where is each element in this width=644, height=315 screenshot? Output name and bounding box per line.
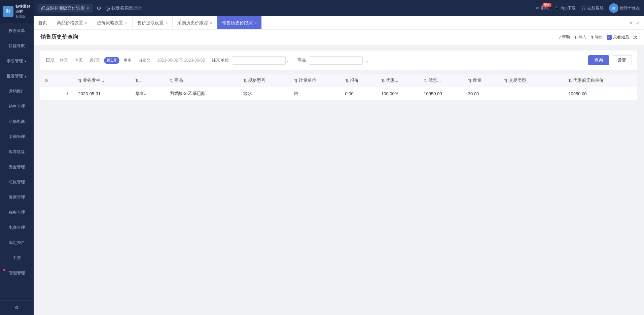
- sort-icon-extra: ⇅: [135, 78, 139, 83]
- query-button[interactable]: 查询: [588, 55, 609, 65]
- only-last-toggle[interactable]: ✓ 只看最后一次: [607, 34, 637, 40]
- tab-price[interactable]: 商品价格设置 ×: [52, 16, 92, 29]
- sidebar-item-search[interactable]: 搜索菜单: [0, 23, 34, 38]
- th-extra[interactable]: ⇅ ...: [131, 74, 166, 87]
- goods-dots[interactable]: ...: [364, 58, 368, 63]
- th-gear[interactable]: ⚙: [40, 74, 61, 87]
- cell-pretax-price: 10950.00: [564, 87, 637, 100]
- date-options: 昨天 今天 近7天 近1月 更多 自定义: [57, 57, 153, 64]
- th-unit-sort[interactable]: ⇅ 计量单位: [294, 77, 337, 83]
- th-biz-date-sort[interactable]: ⇅ 业务发生...: [78, 77, 127, 83]
- sidebar-settings-button[interactable]: ⚙: [0, 300, 34, 315]
- goods-input-wrap: ...: [309, 56, 368, 65]
- th-discount2-sort[interactable]: ⇅ 优惠...: [424, 77, 460, 83]
- th-qty-sort[interactable]: ⇅ 数量: [468, 77, 496, 83]
- headset-icon: 🎧: [581, 6, 586, 10]
- th-biz-date[interactable]: ⇅ 业务发生...: [74, 74, 131, 87]
- th-discount1[interactable]: ⇅ 优惠...: [377, 74, 420, 87]
- th-unit-label: 计量单位: [299, 77, 316, 83]
- sidebar-item-retail[interactable]: 零售管理 ▲: [0, 54, 34, 69]
- app-download-button[interactable]: 📱 App下载: [554, 5, 576, 11]
- date-opt-1month[interactable]: 近1月: [104, 57, 120, 64]
- close-window-icon[interactable]: ✕: [629, 20, 633, 26]
- date-opt-custom[interactable]: 自定义: [136, 57, 153, 64]
- th-spec-sort[interactable]: ⇅ 规格型号: [243, 77, 286, 83]
- th-discount2[interactable]: ⇅ 优惠...: [420, 74, 464, 87]
- date-opt-yesterday[interactable]: 昨天: [57, 57, 71, 64]
- date-opt-7days[interactable]: 近7天: [87, 57, 103, 64]
- sidebar-item-quicknav[interactable]: 快捷导航: [0, 38, 34, 54]
- tab-sale-extract-close-icon[interactable]: ×: [166, 21, 168, 25]
- import-button[interactable]: ⬇ 导入: [574, 34, 586, 40]
- sidebar-item-wholesale[interactable]: 批发管理 ▲: [0, 69, 34, 84]
- help-button[interactable]: ? 帮助: [559, 34, 570, 40]
- online-service-button[interactable]: 🎧 在线客服: [581, 5, 604, 11]
- th-qty[interactable]: ⇅ 数量: [464, 74, 500, 87]
- th-pretax-price-sort[interactable]: ⇅ 优惠前无税单价: [568, 77, 633, 83]
- tab-price-close-icon[interactable]: ×: [85, 21, 87, 25]
- export-icon: ⬆: [591, 35, 594, 40]
- table-row[interactable]: 1 2023-05-31 华查... 丙烯酸-2-乙基已酯 散水 吨 0.00 …: [40, 87, 637, 100]
- sort-icon-trans: ⇅: [504, 78, 508, 83]
- th-goods[interactable]: ⇅ 商品: [166, 74, 240, 87]
- tab-sale-extract[interactable]: 售价提取设置 ×: [133, 16, 173, 29]
- logo-icon: 财: [3, 6, 13, 17]
- sidebar-item-tax[interactable]: 税务管理: [0, 205, 34, 220]
- date-opt-more[interactable]: 更多: [121, 57, 134, 64]
- demo-label: 我要看实例演示: [111, 5, 142, 11]
- sidebar-item-smart[interactable]: 智能管理: [0, 266, 34, 281]
- sidebar-item-payroll[interactable]: 工资: [0, 250, 34, 266]
- th-goods-sort[interactable]: ⇅ 商品: [170, 77, 236, 83]
- topbar-settings-icon[interactable]: ⚙: [97, 5, 101, 11]
- main-area: 好业财标准版交付试用 ▾ ⚙ ◎ 我要看实例演示 ✉ 消息 99+ 📱 App下…: [34, 0, 644, 315]
- sidebar-item-purchase[interactable]: 采购管理: [0, 129, 34, 144]
- th-extra-label: ...: [140, 78, 144, 83]
- th-unit[interactable]: ⇅ 计量单位: [290, 74, 341, 87]
- source-unit-dots[interactable]: ...: [287, 58, 291, 63]
- th-price[interactable]: ⇅ 报价: [341, 74, 377, 87]
- tab-sale-extract-label: 售价提取设置: [137, 20, 164, 26]
- th-discount1-sort[interactable]: ⇅ 优惠...: [381, 77, 416, 83]
- sidebar-item-ecommerce-mini[interactable]: 小畅电商: [0, 114, 34, 129]
- goods-input[interactable]: [309, 56, 363, 65]
- th-trans-type-sort[interactable]: ⇅ 交易类型: [504, 77, 547, 83]
- sidebar-item-sales[interactable]: 销售管理: [0, 99, 34, 114]
- th-extra-sort[interactable]: ⇅ ...: [135, 78, 162, 83]
- maximize-window-icon[interactable]: ⤢: [636, 20, 640, 26]
- cell-price: 0.00: [341, 87, 377, 100]
- tab-purchase-history-close-icon[interactable]: ×: [210, 21, 212, 25]
- th-trans-type[interactable]: ⇅ 交易类型: [500, 74, 551, 87]
- sidebar-item-assets[interactable]: 固定资产: [0, 235, 34, 250]
- sidebar-item-inventory[interactable]: 库存核算: [0, 144, 34, 160]
- user-menu[interactable]: 徐 徐泽华修改: [609, 3, 640, 13]
- sidebar-item-finance[interactable]: 资金管理: [0, 160, 34, 175]
- tab-sales-history-close-icon[interactable]: ×: [255, 21, 257, 25]
- source-unit-input[interactable]: [232, 56, 286, 65]
- th-price-sort[interactable]: ⇅ 报价: [345, 77, 373, 83]
- gear-icon[interactable]: ⚙: [44, 78, 48, 83]
- tab-purchase-strategy-close-icon[interactable]: ×: [125, 21, 127, 25]
- wholesale-arrow-icon: ▲: [24, 75, 27, 78]
- tab-sales-history[interactable]: 销售历史价跟踪 ×: [217, 16, 262, 29]
- tab-home[interactable]: 首页: [34, 16, 52, 29]
- tabs-bar: 首页 商品价格设置 × 进价策略设置 × 售价提取设置 × 采购历史价跟踪 × …: [34, 16, 644, 30]
- tab-purchase-strategy[interactable]: 进价策略设置 ×: [92, 16, 132, 29]
- module-selector[interactable]: 好业财标准版交付试用 ▾: [38, 4, 93, 12]
- sidebar-item-ecommerce[interactable]: 电商管理: [0, 220, 34, 235]
- settings-button[interactable]: 设置: [612, 55, 632, 65]
- sidebar-item-ledger[interactable]: 总账管理: [0, 175, 34, 190]
- sidebar-item-invoice[interactable]: 发票管理: [0, 190, 34, 205]
- export-button[interactable]: ⬆ 导出: [591, 34, 603, 40]
- th-pretax-price[interactable]: ⇅ 优惠前无税单价: [564, 74, 637, 87]
- logo-sub: 标准版: [15, 14, 31, 19]
- message-button[interactable]: ✉ 消息 99+: [536, 5, 549, 11]
- th-spec[interactable]: ⇅ 规格型号: [239, 74, 290, 87]
- source-unit-label: 往来单位: [212, 57, 229, 63]
- tab-purchase-history[interactable]: 采购历史价跟踪 ×: [173, 16, 217, 29]
- demo-link[interactable]: ◎ 我要看实例演示: [105, 5, 142, 11]
- th-spacer: [551, 74, 564, 87]
- sidebar-item-marketing[interactable]: 营销推广: [0, 84, 34, 99]
- date-opt-today[interactable]: 今天: [72, 57, 85, 64]
- tab-purchase-history-label: 采购历史价跟踪: [177, 20, 208, 26]
- filter-actions: 查询 设置: [588, 55, 632, 65]
